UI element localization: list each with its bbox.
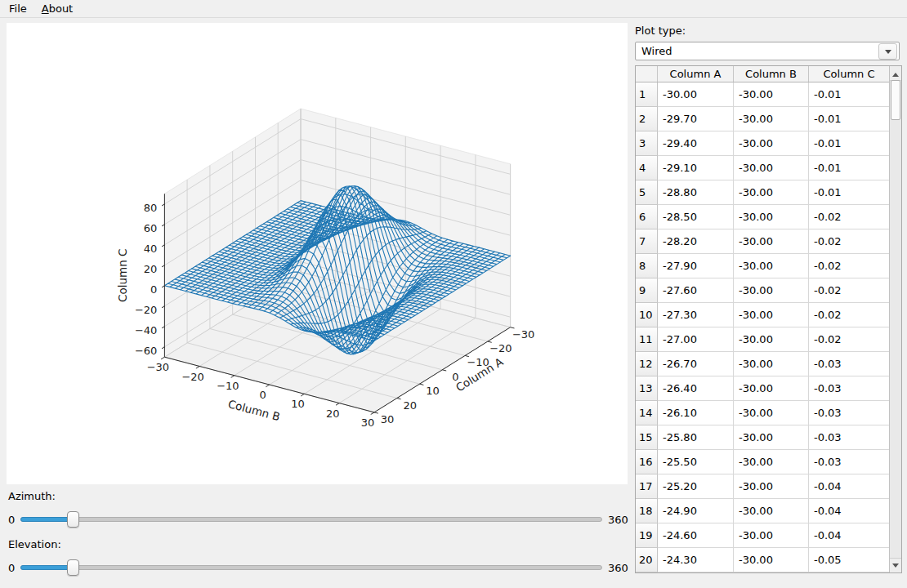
row-index[interactable]: 19 [636,523,658,548]
table-cell[interactable]: -0.01 [809,180,889,205]
table-cell[interactable]: -30.00 [734,156,809,180]
table-cell[interactable]: -30.00 [734,523,809,548]
table-cell[interactable]: -30.00 [734,425,809,450]
table-row[interactable]: 16-25.50-30.00-0.03 [636,450,889,474]
row-index[interactable]: 15 [636,425,658,450]
table-cell[interactable]: -29.40 [658,131,734,156]
table-cell[interactable]: -24.60 [658,523,734,548]
table-cell[interactable]: -0.03 [809,376,889,401]
table-cell[interactable]: -0.02 [809,205,889,229]
table-cell[interactable]: -0.04 [809,523,889,548]
table-cell[interactable]: -30.00 [734,499,809,523]
row-index[interactable]: 17 [636,474,658,499]
table-cell[interactable]: -0.03 [809,401,889,425]
table-cell[interactable]: -0.01 [809,131,889,156]
row-index[interactable]: 3 [636,131,658,156]
table-row[interactable]: 2-29.70-30.00-0.01 [636,107,889,131]
table-cell[interactable]: -30.00 [658,82,734,107]
table-cell[interactable]: -0.03 [809,352,889,376]
elevation-slider-track[interactable] [20,565,602,570]
row-index[interactable]: 14 [636,401,658,425]
table-cell[interactable]: -30.00 [734,474,809,499]
row-index[interactable]: 7 [636,229,658,254]
menu-about[interactable]: About [34,1,80,16]
table-cell[interactable]: -28.80 [658,180,734,205]
table-cell[interactable]: -30.00 [734,107,809,131]
azimuth-slider[interactable] [20,511,602,528]
table-cell[interactable]: -0.03 [809,450,889,474]
table-row[interactable]: 1-30.00-30.00-0.01 [636,82,889,107]
table-cell[interactable]: -30.00 [734,254,809,278]
row-index[interactable]: 11 [636,327,658,352]
table-row[interactable]: 20-24.30-30.00-0.05 [636,548,889,572]
table-cell[interactable]: -24.30 [658,548,734,572]
header-column-c[interactable]: Column C [809,66,889,82]
table-cell[interactable]: -30.00 [734,401,809,425]
row-index[interactable]: 18 [636,499,658,523]
row-index[interactable]: 1 [636,82,658,107]
table-row[interactable]: 10-27.30-30.00-0.02 [636,303,889,327]
header-column-b[interactable]: Column B [734,66,809,82]
table-cell[interactable]: -24.90 [658,499,734,523]
table-row[interactable]: 6-28.50-30.00-0.02 [636,205,889,229]
row-index[interactable]: 10 [636,303,658,327]
azimuth-slider-track[interactable] [20,517,602,522]
plot-type-combobox[interactable]: Wired [635,42,900,60]
table-cell[interactable]: -25.50 [658,450,734,474]
table-cell[interactable]: -25.20 [658,474,734,499]
scroll-up-button[interactable] [890,66,901,81]
table-row[interactable]: 4-29.10-30.00-0.01 [636,156,889,180]
table-row[interactable]: 7-28.20-30.00-0.02 [636,229,889,254]
table-cell[interactable]: -26.10 [658,401,734,425]
table-row[interactable]: 8-27.90-30.00-0.02 [636,254,889,278]
elevation-slider-handle[interactable] [67,559,79,576]
table-cell[interactable]: -27.60 [658,278,734,303]
table-cell[interactable]: -0.04 [809,474,889,499]
table-cell[interactable]: -30.00 [734,327,809,352]
table-cell[interactable]: -0.01 [809,82,889,107]
table-cell[interactable]: -28.50 [658,205,734,229]
table-row[interactable]: 11-27.00-30.00-0.02 [636,327,889,352]
table-cell[interactable]: -30.00 [734,450,809,474]
row-index[interactable]: 13 [636,376,658,401]
table-cell[interactable]: -30.00 [734,548,809,572]
table-cell[interactable]: -30.00 [734,180,809,205]
table-cell[interactable]: -30.00 [734,352,809,376]
table-cell[interactable]: -28.20 [658,229,734,254]
table-row[interactable]: 12-26.70-30.00-0.03 [636,352,889,376]
table-cell[interactable]: -30.00 [734,82,809,107]
row-index[interactable]: 9 [636,278,658,303]
table-cell[interactable]: -26.70 [658,352,734,376]
table-cell[interactable]: -0.05 [809,548,889,572]
table-row[interactable]: 9-27.60-30.00-0.02 [636,278,889,303]
table-cell[interactable]: -30.00 [734,131,809,156]
table-cell[interactable]: -30.00 [734,278,809,303]
row-index[interactable]: 5 [636,180,658,205]
table-row[interactable]: 17-25.20-30.00-0.04 [636,474,889,499]
table-row[interactable]: 15-25.80-30.00-0.03 [636,425,889,450]
header-column-a[interactable]: Column A [658,66,734,82]
table-cell[interactable]: -29.10 [658,156,734,180]
table-cell[interactable]: -0.03 [809,425,889,450]
menu-file[interactable]: File [2,1,34,16]
table-row[interactable]: 19-24.60-30.00-0.04 [636,523,889,548]
table-cell[interactable]: -0.02 [809,254,889,278]
scrollbar-thumb[interactable] [891,80,900,120]
table-cell[interactable]: -27.00 [658,327,734,352]
table-scrollbar[interactable] [889,66,901,572]
scroll-down-button[interactable] [890,558,901,572]
row-index[interactable]: 12 [636,352,658,376]
table-cell[interactable]: -29.70 [658,107,734,131]
table-cell[interactable]: -27.30 [658,303,734,327]
table-row[interactable]: 18-24.90-30.00-0.04 [636,499,889,523]
row-index[interactable]: 16 [636,450,658,474]
elevation-slider[interactable] [20,559,602,576]
table-cell[interactable]: -0.02 [809,303,889,327]
row-index[interactable]: 2 [636,107,658,131]
table-cell[interactable]: -30.00 [734,229,809,254]
row-index[interactable]: 6 [636,205,658,229]
table-cell[interactable]: -0.02 [809,278,889,303]
table-cell[interactable]: -0.01 [809,107,889,131]
table-row[interactable]: 14-26.10-30.00-0.03 [636,401,889,425]
table-cell[interactable]: -30.00 [734,205,809,229]
